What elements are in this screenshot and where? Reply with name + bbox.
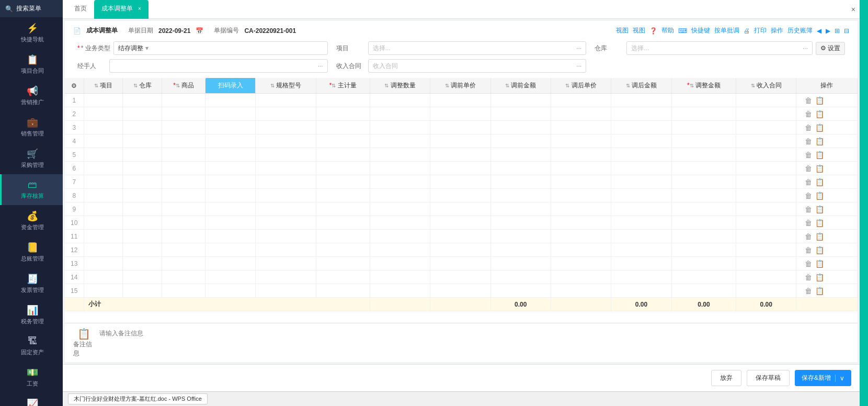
row-11-warehouse[interactable] bbox=[123, 230, 162, 243]
row-13-spec[interactable] bbox=[256, 257, 316, 270]
row-3-delete-btn[interactable]: 🗑 bbox=[805, 123, 812, 132]
view-btn[interactable]: 视图 bbox=[616, 26, 629, 35]
row-6-after-amount[interactable] bbox=[611, 162, 671, 175]
shortcut-btn[interactable]: ⌨ bbox=[678, 27, 687, 35]
row-11-unit[interactable] bbox=[316, 230, 370, 243]
sidebar-item-zhangmu[interactable]: 📒 总账管理 bbox=[0, 236, 63, 268]
row-14-copy-btn[interactable]: 📋 bbox=[815, 273, 824, 281]
row-13-qty[interactable] bbox=[370, 257, 430, 270]
row-2-unit[interactable] bbox=[316, 107, 370, 121]
row-15-adjust-amount[interactable] bbox=[671, 284, 736, 298]
row-11-delete-btn[interactable]: 🗑 bbox=[805, 232, 812, 241]
row-4-before-amount[interactable] bbox=[490, 134, 551, 148]
batch-label[interactable]: 按单批调 bbox=[714, 26, 739, 35]
row-1-scan[interactable] bbox=[205, 94, 256, 107]
row-3-adjust-amount[interactable] bbox=[671, 121, 736, 134]
row-13-scan[interactable] bbox=[205, 257, 256, 270]
row-11-adjust-amount[interactable] bbox=[671, 230, 736, 243]
row-12-product[interactable] bbox=[162, 243, 205, 257]
row-11-spec[interactable] bbox=[256, 230, 316, 243]
row-7-scan[interactable] bbox=[205, 175, 256, 189]
window-close-icon[interactable]: × bbox=[851, 5, 855, 14]
row-7-after-price[interactable] bbox=[551, 175, 611, 189]
row-6-adjust-amount[interactable] bbox=[671, 162, 736, 175]
table-container[interactable]: ⚙ ⇅ 项目 ⇅ 仓库 *⇅ 商品 扫码录入 ⇅ 规格型号 *⇅ 主计量 ⇅ 调… bbox=[65, 78, 858, 323]
row-14-scan[interactable] bbox=[205, 270, 256, 284]
row-7-product[interactable] bbox=[162, 175, 205, 189]
row-10-before-price[interactable] bbox=[430, 216, 490, 230]
row-6-scan[interactable] bbox=[205, 162, 256, 175]
business-type-input[interactable]: 结存调整 ▾ bbox=[113, 41, 328, 55]
row-12-warehouse[interactable] bbox=[123, 243, 162, 257]
row-15-after-amount[interactable] bbox=[611, 284, 671, 298]
row-13-income-contract[interactable] bbox=[736, 257, 796, 270]
row-15-copy-btn[interactable]: 📋 bbox=[815, 287, 824, 295]
row-5-after-price[interactable] bbox=[551, 148, 611, 162]
warehouse-input[interactable]: 选择... ··· bbox=[626, 41, 813, 55]
row-2-qty[interactable] bbox=[370, 107, 430, 121]
row-5-unit[interactable] bbox=[316, 148, 370, 162]
row-11-product[interactable] bbox=[162, 230, 205, 243]
row-9-before-amount[interactable] bbox=[490, 202, 551, 216]
sidebar-item-jingying[interactable]: 📈 经营管理 bbox=[0, 393, 63, 406]
row-1-product[interactable] bbox=[162, 94, 205, 107]
row-4-copy-btn[interactable]: 📋 bbox=[815, 137, 824, 145]
row-2-copy-btn[interactable]: 📋 bbox=[815, 110, 824, 118]
row-14-delete-btn[interactable]: 🗑 bbox=[805, 273, 812, 281]
row-11-income-contract[interactable] bbox=[736, 230, 796, 243]
row-12-after-price[interactable] bbox=[551, 243, 611, 257]
sidebar-item-fapiao[interactable]: 🧾 发票管理 bbox=[0, 268, 63, 299]
row-5-before-price[interactable] bbox=[430, 148, 490, 162]
row-9-income-contract[interactable] bbox=[736, 202, 796, 216]
row-2-warehouse[interactable] bbox=[123, 107, 162, 121]
row-10-copy-btn[interactable]: 📋 bbox=[815, 219, 824, 227]
row-1-copy-btn[interactable]: 📋 bbox=[815, 96, 824, 105]
row-10-product[interactable] bbox=[162, 216, 205, 230]
row-9-product[interactable] bbox=[162, 202, 205, 216]
row-10-income-contract[interactable] bbox=[736, 216, 796, 230]
row-5-delete-btn[interactable]: 🗑 bbox=[805, 151, 812, 159]
row-8-scan[interactable] bbox=[205, 189, 256, 202]
row-5-after-amount[interactable] bbox=[611, 148, 671, 162]
row-11-scan[interactable] bbox=[205, 230, 256, 243]
row-8-after-amount[interactable] bbox=[611, 189, 671, 202]
row-9-delete-btn[interactable]: 🗑 bbox=[805, 205, 812, 213]
nav-prev[interactable]: ◀ bbox=[817, 27, 821, 35]
row-7-project[interactable] bbox=[84, 175, 123, 189]
sidebar-item-yingxiao[interactable]: 📢 营销推广 bbox=[0, 80, 63, 111]
row-3-income-contract[interactable] bbox=[736, 121, 796, 134]
row-12-delete-btn[interactable]: 🗑 bbox=[805, 246, 812, 254]
col-scan[interactable]: 扫码录入 bbox=[205, 78, 256, 94]
row-6-unit[interactable] bbox=[316, 162, 370, 175]
row-14-income-contract[interactable] bbox=[736, 270, 796, 284]
row-5-qty[interactable] bbox=[370, 148, 430, 162]
row-8-unit[interactable] bbox=[316, 189, 370, 202]
row-5-scan[interactable] bbox=[205, 148, 256, 162]
row-9-warehouse[interactable] bbox=[123, 202, 162, 216]
row-8-copy-btn[interactable]: 📋 bbox=[815, 191, 824, 200]
row-8-income-contract[interactable] bbox=[736, 189, 796, 202]
row-5-before-amount[interactable] bbox=[490, 148, 551, 162]
tab-cost-adjustment[interactable]: 成本调整单 × bbox=[94, 0, 149, 19]
save-new-button[interactable]: 保存&新增 ∨ bbox=[795, 370, 851, 386]
row-8-adjust-amount[interactable] bbox=[671, 189, 736, 202]
row-9-spec[interactable] bbox=[256, 202, 316, 216]
settings-button[interactable]: ⚙ 设置 bbox=[816, 42, 845, 55]
row-15-spec[interactable] bbox=[256, 284, 316, 298]
row-4-spec[interactable] bbox=[256, 134, 316, 148]
row-2-income-contract[interactable] bbox=[736, 107, 796, 121]
row-15-delete-btn[interactable]: 🗑 bbox=[805, 287, 812, 295]
row-3-warehouse[interactable] bbox=[123, 121, 162, 134]
row-8-qty[interactable] bbox=[370, 189, 430, 202]
row-2-scan[interactable] bbox=[205, 107, 256, 121]
sidebar-item-caigou[interactable]: 🛒 采购管理 bbox=[0, 143, 63, 174]
row-11-before-price[interactable] bbox=[430, 230, 490, 243]
row-4-scan[interactable] bbox=[205, 134, 256, 148]
row-5-project[interactable] bbox=[84, 148, 123, 162]
row-3-product[interactable] bbox=[162, 121, 205, 134]
row-6-spec[interactable] bbox=[256, 162, 316, 175]
row-15-project[interactable] bbox=[84, 284, 123, 298]
row-5-warehouse[interactable] bbox=[123, 148, 162, 162]
row-2-before-amount[interactable] bbox=[490, 107, 551, 121]
row-14-before-amount[interactable] bbox=[490, 270, 551, 284]
